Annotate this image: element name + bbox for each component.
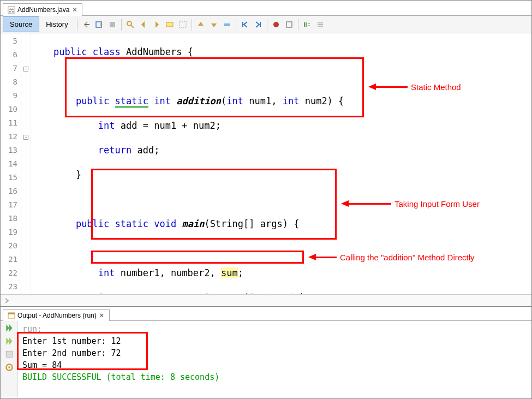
chevron-right-icon bbox=[4, 297, 10, 304]
svg-point-2 bbox=[12, 11, 14, 13]
up-icon[interactable] bbox=[195, 19, 207, 31]
output-line: run: bbox=[22, 323, 527, 335]
nav-back-icon[interactable] bbox=[80, 19, 92, 31]
highlight-icon[interactable] bbox=[164, 19, 176, 31]
output-gutter bbox=[1, 321, 18, 397]
tab-source[interactable]: Source bbox=[3, 16, 39, 32]
svg-point-1 bbox=[9, 11, 11, 13]
separator bbox=[121, 19, 122, 31]
fold-icon[interactable]: − bbox=[23, 135, 28, 140]
file-tab[interactable]: AddNumbers.java × bbox=[3, 3, 82, 16]
svg-rect-12 bbox=[8, 313, 15, 314]
run-icon[interactable] bbox=[4, 323, 14, 333]
uncomment-icon[interactable] bbox=[314, 19, 326, 31]
shift-left-icon[interactable] bbox=[239, 19, 251, 31]
selection-icon[interactable] bbox=[177, 19, 189, 31]
arrow-line bbox=[315, 257, 337, 258]
output-tab[interactable]: Output - AddNumbers (run) × bbox=[3, 309, 110, 321]
output-line: BUILD SUCCESSFUL (total time: 8 seconds) bbox=[22, 371, 527, 383]
shift-right-icon[interactable] bbox=[252, 19, 264, 31]
svg-rect-13 bbox=[6, 351, 12, 357]
output-text[interactable]: run: Enter 1st number: 12 Enter 2nd numb… bbox=[18, 321, 531, 397]
output-icon bbox=[8, 312, 15, 319]
close-icon[interactable]: × bbox=[99, 312, 105, 319]
bookmark-icon[interactable] bbox=[221, 19, 233, 31]
output-tab-bar: Output - AddNumbers (run) × bbox=[1, 307, 531, 321]
output-body: run: Enter 1st number: 12 Enter 2nd numb… bbox=[1, 321, 531, 397]
separator bbox=[192, 19, 192, 31]
arrow-line bbox=[348, 203, 391, 205]
svg-rect-8 bbox=[224, 23, 230, 26]
settings-output-icon[interactable] bbox=[4, 362, 14, 372]
annotation-label: Static Method bbox=[411, 82, 461, 92]
find-icon[interactable] bbox=[124, 19, 136, 31]
nav-forward-icon[interactable] bbox=[93, 19, 105, 31]
code-editor[interactable]: 567891011121314151617181920212223 − − pu… bbox=[1, 33, 531, 294]
fold-icon[interactable]: − bbox=[23, 67, 28, 72]
separator bbox=[298, 19, 298, 31]
close-icon[interactable]: × bbox=[71, 6, 77, 14]
svg-rect-10 bbox=[286, 22, 292, 27]
output-line: Enter 2nd number: 72 bbox=[22, 347, 527, 359]
file-tab-bar: AddNumbers.java × bbox=[1, 1, 531, 16]
down-icon[interactable] bbox=[208, 19, 220, 31]
editor-toolbar: Source History bbox=[1, 16, 531, 33]
svg-rect-6 bbox=[166, 22, 173, 27]
output-line: Sum = 84 bbox=[22, 359, 527, 371]
annotation-label: Calling the "addition" Method Directly bbox=[340, 253, 475, 262]
tab-history[interactable]: History bbox=[39, 17, 74, 32]
svg-point-5 bbox=[127, 21, 131, 26]
fold-column: − − bbox=[21, 33, 31, 294]
annotation-box bbox=[65, 57, 364, 117]
svg-rect-4 bbox=[110, 22, 115, 27]
output-line: Enter 1st number: 12 bbox=[22, 335, 527, 347]
output-tab-label: Output - AddNumbers (run) bbox=[17, 312, 97, 319]
svg-rect-7 bbox=[180, 21, 186, 28]
output-panel: Output - AddNumbers (run) × run: Enter 1… bbox=[1, 306, 531, 397]
svg-point-15 bbox=[8, 366, 10, 368]
prev-icon[interactable] bbox=[138, 19, 150, 31]
separator bbox=[267, 19, 267, 31]
next-icon[interactable] bbox=[151, 19, 163, 31]
separator bbox=[236, 19, 236, 31]
stop-icon[interactable] bbox=[283, 19, 295, 31]
stop-output-icon[interactable] bbox=[4, 349, 14, 359]
code-area[interactable]: public class AddNumbers { public static … bbox=[31, 33, 531, 294]
arrow-line bbox=[375, 86, 408, 88]
java-file-icon bbox=[8, 6, 15, 14]
record-icon[interactable] bbox=[270, 19, 282, 31]
rerun-icon[interactable] bbox=[4, 336, 14, 346]
toolbar-button[interactable] bbox=[106, 19, 118, 31]
svg-point-9 bbox=[273, 22, 279, 27]
separator bbox=[77, 19, 77, 31]
breadcrumb-bar bbox=[1, 294, 531, 306]
annotation-label: Taking Input Form User bbox=[394, 199, 480, 209]
line-gutter: 567891011121314151617181920212223 bbox=[1, 33, 21, 294]
file-tab-label: AddNumbers.java bbox=[17, 6, 69, 14]
comment-icon[interactable] bbox=[301, 19, 313, 31]
